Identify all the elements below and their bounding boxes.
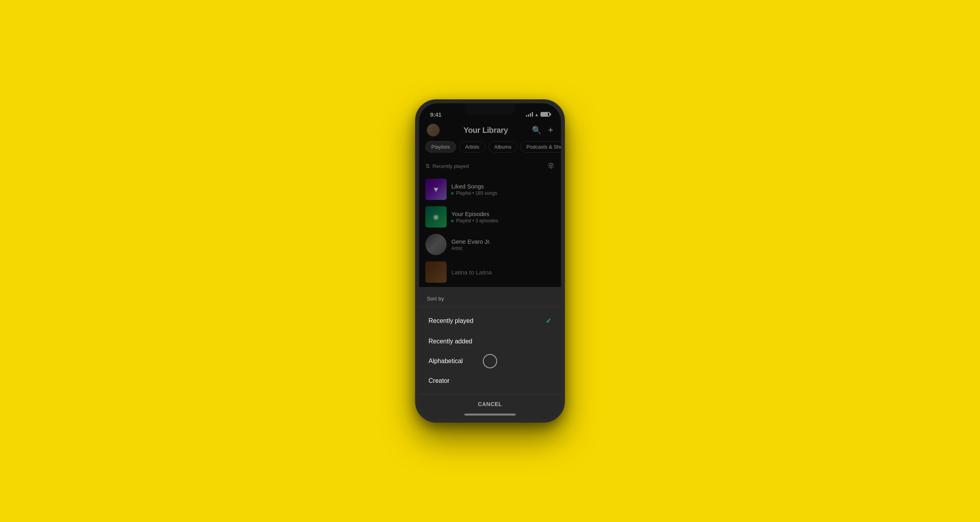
sort-option-label: Creator [429,377,449,384]
sort-option-recently-played[interactable]: Recently played ✓ [419,310,561,332]
page-background: 9:41 ▴ [0,0,980,522]
tap-ripple [483,354,497,368]
sort-option-label: Recently added [429,338,472,345]
screen: 9:41 ▴ [419,103,561,419]
check-icon: ✓ [546,317,551,325]
cancel-label: CANCEL [478,401,502,407]
phone-shell: 9:41 ▴ [415,99,565,423]
sort-bottom-sheet: Sort by Recently played ✓ Recently added [419,287,561,419]
home-indicator [464,414,516,416]
sort-option-creator[interactable]: Creator [419,371,561,391]
sort-option-label: Alphabetical [429,358,463,365]
sheet-title: Sort by [427,296,444,302]
sort-option-recently-added[interactable]: Recently added [419,332,561,351]
sheet-options: Recently played ✓ Recently added Alphabe… [419,307,561,394]
sort-option-label: Recently played [429,317,473,324]
phone-device: 9:41 ▴ [415,99,565,423]
sheet-header: Sort by [419,287,561,307]
sort-option-alphabetical[interactable]: Alphabetical [419,351,561,371]
